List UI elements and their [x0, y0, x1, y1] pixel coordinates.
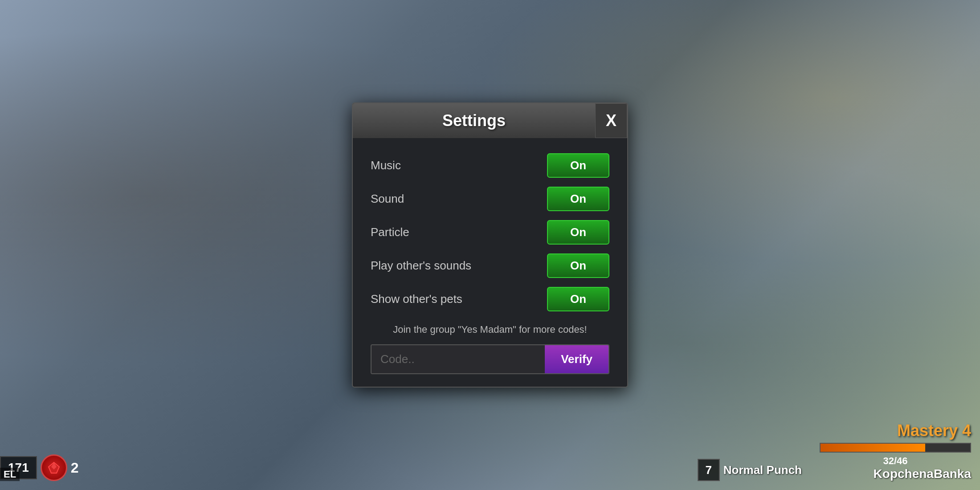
promo-text: Join the group "Yes Madam" for more code…: [371, 324, 609, 335]
setting-row: ParticleOn: [371, 216, 609, 249]
toggle-button-music[interactable]: On: [547, 153, 609, 178]
settings-title-bar: Settings: [353, 103, 595, 138]
setting-label: Music: [371, 159, 401, 172]
toggle-button-play-other's-sounds[interactable]: On: [547, 253, 609, 278]
setting-row: SoundOn: [371, 182, 609, 216]
settings-header: Settings X: [353, 103, 627, 138]
modal-overlay: Settings X MusicOnSoundOnParticleOnPlay …: [0, 0, 980, 490]
code-row: Verify: [371, 344, 609, 374]
close-button[interactable]: X: [595, 103, 627, 138]
settings-rows: MusicOnSoundOnParticleOnPlay other's sou…: [371, 149, 609, 316]
setting-label: Sound: [371, 192, 404, 206]
toggle-button-particle[interactable]: On: [547, 220, 609, 245]
setting-row: Play other's soundsOn: [371, 249, 609, 282]
settings-title: Settings: [363, 111, 584, 130]
setting-label: Show other's pets: [371, 292, 462, 306]
setting-label: Play other's sounds: [371, 259, 471, 273]
setting-row: Show other's petsOn: [371, 282, 609, 316]
settings-dialog: Settings X MusicOnSoundOnParticleOnPlay …: [352, 102, 628, 388]
verify-button[interactable]: Verify: [545, 345, 608, 373]
setting-row: MusicOn: [371, 149, 609, 182]
code-input[interactable]: [372, 345, 545, 373]
toggle-button-show-other's-pets[interactable]: On: [547, 287, 609, 311]
toggle-button-sound[interactable]: On: [547, 187, 609, 211]
settings-body: MusicOnSoundOnParticleOnPlay other's sou…: [353, 138, 627, 387]
setting-label: Particle: [371, 225, 409, 239]
